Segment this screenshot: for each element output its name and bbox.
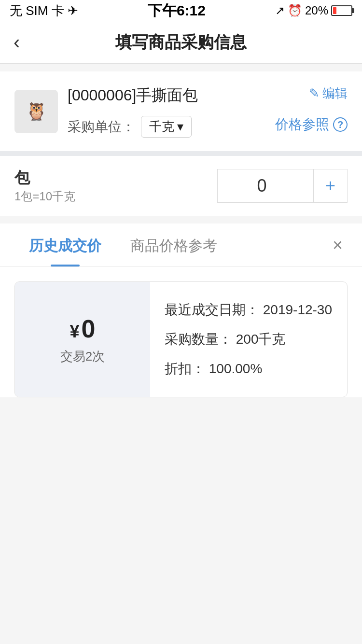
tab-product-price-ref[interactable]: 商品价格参考 [116,224,232,266]
price-ref-label: 价格参照 [275,115,329,134]
discount-row: 折扣： 100.00% [165,358,333,380]
product-left: 🦉 [0000006]手撕面包 采购单位： 千克 ▾ [14,85,198,138]
product-right-actions: ✎ 编辑 价格参照 ? [275,85,348,134]
status-bar: 无 SIM 卡 ✈ 下午6:12 ↗ ⏰ 20% [0,0,362,21]
plus-icon: + [325,176,335,196]
back-button[interactable]: ‹ [14,31,20,53]
quantity-label-group: 包 1包=10千克 [14,168,75,204]
info-icon: ? [333,117,348,132]
battery-percent: 20% [305,4,328,17]
edit-label: 编辑 [322,85,348,102]
qty-conversion: 1包=10千克 [14,189,75,204]
qty-input-group: + [217,169,348,203]
dropdown-icon: ▾ [177,119,183,134]
product-unit-row: 采购单位： 千克 ▾ [68,116,198,138]
history-card: ¥ 0 交易2次 最近成交日期： 2019-12-30 采购数量： 200千克 … [14,281,348,397]
qty-input[interactable] [217,169,314,203]
edit-icon: ✎ [309,86,320,101]
product-thumb-icon: 🦉 [26,101,47,122]
section-divider [0,151,362,156]
trade-count: 交易2次 [60,348,105,365]
qty-plus-button[interactable]: + [314,169,348,203]
history-price: ¥ 0 [70,314,96,343]
sim-status: 无 SIM 卡 ✈ [10,2,78,19]
price-ref-button[interactable]: 价格参照 ? [275,115,348,134]
product-info: [0000006]手撕面包 采购单位： 千克 ▾ [68,85,198,138]
purchase-qty-value: 200千克 [236,332,286,347]
unit-value: 千克 [149,118,174,135]
history-card-right: 最近成交日期： 2019-12-30 采购数量： 200千克 折扣： 100.0… [150,282,347,397]
status-right: ↗ ⏰ 20% [275,4,352,17]
qty-unit-label: 包 [14,168,75,189]
tab-active-indicator [51,265,80,266]
product-header: 🦉 [0000006]手撕面包 采购单位： 千克 ▾ ✎ 编辑 价格参照 [14,85,348,138]
purchase-qty-label: 采购数量： [165,332,232,347]
alarm-icon: ⏰ [288,4,302,17]
nav-bar: ‹ 填写商品采购信息 [0,21,362,64]
tab-header: 历史成交价 商品价格参考 × [0,224,362,267]
tab-close-button[interactable]: × [328,225,348,265]
quantity-row: 包 1包=10千克 + [0,156,362,216]
recent-date-value: 2019-12-30 [263,302,332,317]
discount-value: 100.00% [209,361,263,376]
status-time: 下午6:12 [148,1,206,21]
status-left: 无 SIM 卡 ✈ [10,2,78,19]
product-full-name: [0000006]手撕面包 [68,85,198,106]
location-icon: ↗ [275,4,285,17]
product-card: 🦉 [0000006]手撕面包 采购单位： 千克 ▾ ✎ 编辑 价格参照 [0,71,362,151]
discount-label: 折扣： [165,361,205,376]
history-card-left: ¥ 0 交易2次 [15,282,150,397]
tab-panel: 历史成交价 商品价格参考 × ¥ 0 交易2次 最近成交日期： 2019-12-… [0,224,362,397]
page-title: 填写商品采购信息 [115,31,247,54]
currency-symbol: ¥ [70,322,80,342]
price-value: 0 [82,314,96,343]
battery-icon [331,5,352,16]
battery-fill [333,7,336,14]
tab-history-price[interactable]: 历史成交价 [14,224,116,266]
unit-select[interactable]: 千克 ▾ [141,116,192,138]
product-thumbnail: 🦉 [14,90,58,133]
tab-history-label: 历史成交价 [29,238,101,253]
purchase-qty-row: 采购数量： 200千克 [165,329,333,350]
edit-button[interactable]: ✎ 编辑 [309,85,348,102]
recent-date-row: 最近成交日期： 2019-12-30 [165,299,333,321]
unit-label: 采购单位： [68,118,135,136]
recent-date-label: 最近成交日期： [165,302,259,317]
tab-product-label: 商品价格参考 [130,238,217,253]
